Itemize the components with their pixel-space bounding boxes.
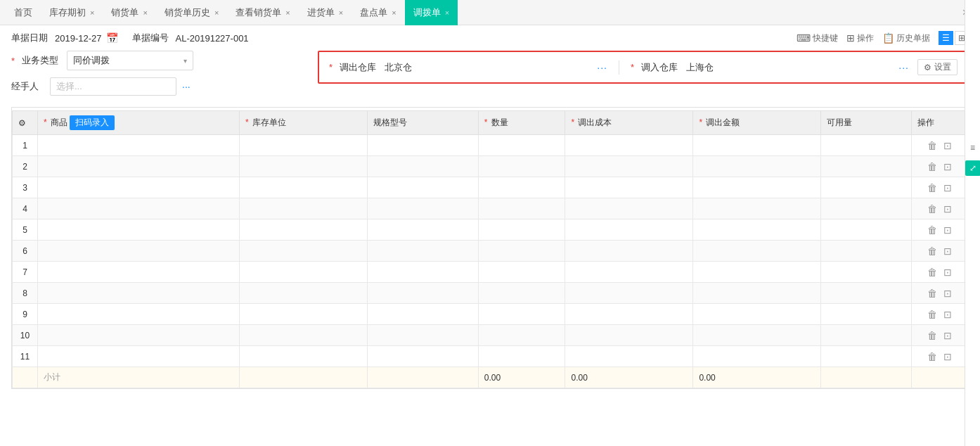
sidebar-expand-icon[interactable]: ⤢ bbox=[965, 160, 981, 176]
calendar-icon[interactable]: 📅 bbox=[106, 32, 118, 44]
business-type-select[interactable]: 同价调拨 ▾ bbox=[67, 51, 193, 70]
settings-label: 设置 bbox=[934, 61, 951, 73]
subtotal-cost: 0.00 bbox=[565, 367, 693, 388]
warehouse-out-value[interactable]: 北京仓 bbox=[385, 61, 412, 74]
delete-row-5-icon[interactable]: 🗑 bbox=[927, 224, 937, 236]
copy-row-10-icon[interactable]: ⊡ bbox=[943, 330, 952, 341]
tab-purchase[interactable]: 进货单 × bbox=[299, 0, 352, 25]
tab-inventory-init[interactable]: 库存期初 × bbox=[41, 0, 103, 25]
copy-row-8-icon[interactable]: ⊡ bbox=[943, 288, 952, 299]
tab-home[interactable]: 首页 bbox=[6, 0, 41, 25]
delete-row-9-icon[interactable]: 🗑 bbox=[927, 309, 937, 320]
warehouse-in-label: 调入仓库 bbox=[641, 61, 678, 74]
date-value: 2019-12-27 bbox=[55, 33, 102, 44]
tab-close-sales-order[interactable]: × bbox=[143, 8, 147, 17]
delete-row-2-icon[interactable]: 🗑 bbox=[927, 161, 937, 172]
cost-header: * 调出成本 bbox=[565, 111, 693, 135]
qty-header: * 数量 bbox=[478, 111, 565, 135]
settings-button[interactable]: ⚙ 设置 bbox=[917, 59, 958, 75]
unit-header: * 库存单位 bbox=[240, 111, 368, 135]
warehouse-out-group: * 调出仓库 北京仓 ··· bbox=[329, 61, 607, 74]
delete-row-3-icon[interactable]: 🗑 bbox=[927, 182, 937, 193]
delete-row-7-icon[interactable]: 🗑 bbox=[927, 267, 937, 278]
handler-more-icon[interactable]: ··· bbox=[182, 81, 191, 92]
shortcuts-icon: ⌨ bbox=[797, 32, 811, 44]
copy-row-2-icon[interactable]: ⊡ bbox=[943, 161, 952, 172]
delete-row-4-icon[interactable]: 🗑 bbox=[927, 203, 937, 215]
tab-transfer[interactable]: 调拨单 × bbox=[405, 0, 458, 25]
copy-row-7-icon[interactable]: ⊡ bbox=[943, 267, 952, 278]
table-row: 10 🗑 ⊡ bbox=[13, 325, 968, 346]
table-row: 6 🗑 ⊡ bbox=[13, 241, 968, 262]
tab-close-purchase[interactable]: × bbox=[339, 8, 343, 17]
table-row: 8 🗑 ⊡ bbox=[13, 283, 968, 304]
right-sidebar: ≡ ⤢ bbox=[965, 0, 980, 446]
operations-button[interactable]: ⊞ 操作 bbox=[846, 32, 874, 44]
table-row: 1 🗑 ⊡ bbox=[13, 135, 968, 156]
header-actions: ⌨ 快捷键 ⊞ 操作 📋 历史单据 ☰ ⊞ bbox=[797, 31, 969, 45]
subtotal-qty: 0.00 bbox=[478, 367, 565, 388]
table-row: 7 🗑 ⊡ bbox=[13, 262, 968, 283]
select-arrow-icon: ▾ bbox=[183, 57, 187, 65]
tab-sales-history[interactable]: 销货单历史 × bbox=[156, 0, 227, 25]
copy-row-3-icon[interactable]: ⊡ bbox=[943, 182, 952, 193]
operation-header: 操作 bbox=[912, 111, 968, 135]
copy-row-4-icon[interactable]: ⊡ bbox=[943, 203, 952, 215]
tab-close-view-sales[interactable]: × bbox=[285, 8, 290, 17]
table-row: 4 🗑 ⊡ bbox=[13, 198, 968, 219]
warehouse-out-more-button[interactable]: ··· bbox=[597, 62, 607, 73]
business-type-row: * 业务类型 同价调拨 ▾ bbox=[11, 51, 307, 70]
layout-list-button[interactable]: ☰ bbox=[939, 31, 953, 45]
form-header-row: 单据日期 2019-12-27 📅 单据编号 AL-20191227-001 ⌨… bbox=[11, 31, 969, 45]
tab-bar: 首页 库存期初 × 销货单 × 销货单历史 × 查看销货单 × 进货单 × 盘点… bbox=[0, 0, 980, 25]
spec-header: 规格型号 bbox=[368, 111, 479, 135]
tab-close-sales-history[interactable]: × bbox=[214, 8, 219, 17]
table-header-row: ⚙ * 商品 扫码录入 * 库存单位 规格型号 * 数量 bbox=[13, 111, 968, 135]
tab-inventory-check[interactable]: 盘点单 × bbox=[352, 0, 404, 25]
table-row: 5 🗑 ⊡ bbox=[13, 219, 968, 241]
business-type-label: 业务类型 bbox=[22, 54, 58, 67]
copy-row-9-icon[interactable]: ⊡ bbox=[943, 309, 952, 320]
warehouse-in-group: * 调入仓库 上海仓 ··· bbox=[631, 61, 909, 74]
date-label: 单据日期 bbox=[11, 32, 48, 44]
subtotal-label: 小计 bbox=[44, 372, 60, 382]
warehouse-in-value[interactable]: 上海仓 bbox=[686, 61, 714, 74]
tab-view-sales[interactable]: 查看销货单 × bbox=[227, 0, 298, 25]
product-header: * 商品 扫码录入 bbox=[38, 111, 240, 135]
tab-close-inventory-check[interactable]: × bbox=[392, 8, 396, 17]
sidebar-list-icon[interactable]: ≡ bbox=[966, 141, 980, 155]
amount-header: * 调出金额 bbox=[693, 111, 821, 135]
subtotal-amount: 0.00 bbox=[693, 367, 821, 388]
warehouse-divider bbox=[619, 60, 619, 75]
table-row: 3 🗑 ⊡ bbox=[13, 177, 968, 198]
doc-no-label: 单据编号 bbox=[132, 32, 169, 44]
doc-no-field-group: 单据编号 AL-20191227-001 bbox=[132, 32, 249, 44]
delete-row-10-icon[interactable]: 🗑 bbox=[927, 330, 937, 341]
tab-sales-order[interactable]: 销货单 × bbox=[103, 0, 155, 25]
history-button[interactable]: 📋 历史单据 bbox=[882, 32, 930, 44]
delete-row-11-icon[interactable]: 🗑 bbox=[927, 351, 937, 362]
table-row: 2 🗑 ⊡ bbox=[13, 156, 968, 177]
shortcuts-button[interactable]: ⌨ 快捷键 bbox=[797, 32, 838, 44]
delete-row-6-icon[interactable]: 🗑 bbox=[927, 246, 937, 257]
gear-header[interactable]: ⚙ bbox=[13, 111, 38, 135]
warehouse-in-more-button[interactable]: ··· bbox=[898, 62, 909, 73]
copy-row-1-icon[interactable]: ⊡ bbox=[943, 140, 952, 151]
delete-row-1-icon[interactable]: 🗑 bbox=[927, 140, 937, 151]
scan-button[interactable]: 扫码录入 bbox=[70, 115, 115, 130]
handler-row: 经手人 选择... ··· bbox=[11, 77, 307, 96]
copy-row-6-icon[interactable]: ⊡ bbox=[943, 246, 952, 257]
operations-icon: ⊞ bbox=[846, 32, 855, 44]
items-table: ⚙ * 商品 扫码录入 * 库存单位 规格型号 * 数量 bbox=[12, 110, 968, 388]
delete-row-8-icon[interactable]: 🗑 bbox=[927, 288, 937, 299]
handler-input[interactable]: 选择... bbox=[50, 77, 176, 96]
data-table-container: ⚙ * 商品 扫码录入 * 库存单位 规格型号 * 数量 bbox=[11, 107, 969, 389]
tab-close-transfer[interactable]: × bbox=[445, 8, 449, 17]
table-row: 11 🗑 ⊡ bbox=[13, 346, 968, 367]
copy-row-11-icon[interactable]: ⊡ bbox=[943, 351, 952, 362]
business-type-value: 同价调拨 bbox=[73, 54, 110, 67]
settings-icon: ⚙ bbox=[924, 63, 931, 72]
copy-row-5-icon[interactable]: ⊡ bbox=[943, 224, 952, 236]
tab-close-inventory-init[interactable]: × bbox=[90, 8, 94, 17]
doc-no-value: AL-20191227-001 bbox=[176, 33, 249, 44]
